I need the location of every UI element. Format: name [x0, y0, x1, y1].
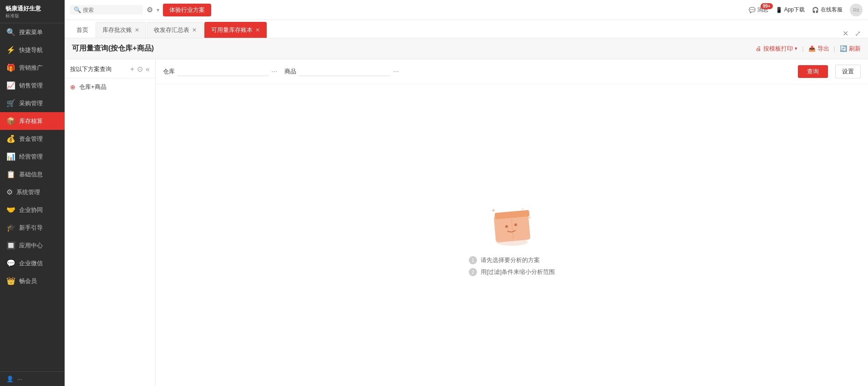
sidebar-item-system[interactable]: ⚙ 系统管理 — [0, 183, 65, 201]
filter-item-label: 仓库+商品 — [79, 83, 107, 91]
refresh-btn[interactable]: 🔄 刷新 — [840, 45, 861, 53]
sidebar-item-inventory[interactable]: 📦 库存核算 — [0, 112, 65, 130]
sidebar-item-guide[interactable]: 🎓 新手引导 — [0, 219, 65, 237]
export-icon: 📤 — [808, 45, 816, 52]
sidebar: 畅康通好生意 标准版 🔍 搜索菜单 ⚡ 快捷导航 🎁 营销推广 📈 销售管理 🛒… — [0, 0, 65, 386]
hint-num-1: 1 — [469, 256, 477, 264]
empty-hints: 1 请先选择要分析的方案 2 用[过滤]条件来缩小分析范围 — [469, 256, 555, 276]
filter-setting-btn[interactable]: ⊙ — [137, 65, 143, 73]
svg-text:✦: ✦ — [491, 207, 496, 214]
warehouse-input[interactable] — [178, 67, 269, 76]
product-input[interactable] — [299, 67, 390, 76]
search-icon: 🔍 — [74, 6, 81, 13]
refresh-icon: 🔄 — [840, 45, 847, 52]
member-icon: 👑 — [6, 277, 15, 285]
sidebar-logo: 畅康通好生意 标准版 — [0, 0, 65, 23]
product-label: 商品 — [284, 67, 296, 76]
wechat-icon: 💬 — [6, 259, 15, 268]
search-input[interactable] — [83, 7, 137, 13]
sidebar-item-label: 系统管理 — [16, 188, 40, 196]
maximize-window-btn[interactable]: ⤢ — [853, 29, 863, 38]
page-header: 可用量查询(按仓库+商品) 🖨 按模板打印 ▾ | 📤 导出 | 🔄 刷新 — [65, 38, 868, 59]
sidebar-item-label: 企业微信 — [19, 259, 43, 268]
export-btn[interactable]: 📤 导出 — [808, 45, 829, 53]
tab-close-icon[interactable]: ✕ — [192, 27, 197, 33]
sidebar-item-label: 营销推广 — [19, 64, 43, 72]
warehouse-field: 仓库 ··· — [163, 67, 277, 76]
print-btn[interactable]: 🖨 按模板打印 ▾ — [756, 45, 797, 53]
sidebar-item-label: 基础信息 — [19, 170, 43, 179]
sidebar-item-wechat[interactable]: 💬 企业微信 — [0, 254, 65, 272]
avatar[interactable]: Rit — [850, 4, 863, 16]
phone-icon: 📱 — [776, 7, 782, 13]
tab-inventory-batch[interactable]: 库存批次账 ✕ — [96, 22, 146, 38]
tab-receive-summary[interactable]: 收发存汇总表 ✕ — [147, 22, 203, 38]
enterprise-icon: 🤝 — [6, 206, 15, 214]
sidebar-item-purchase[interactable]: 🛒 采购管理 — [0, 94, 65, 112]
sidebar-item-operations[interactable]: 📊 经营管理 — [0, 148, 65, 165]
sidebar-item-label: 快捷导航 — [19, 46, 43, 54]
sidebar-item-search[interactable]: 🔍 搜索菜单 — [0, 23, 65, 41]
topbar-right: 💬 消息 99+ 📱 App下载 🎧 在线客服 Rit — [749, 4, 863, 16]
product-dots-btn[interactable]: ··· — [393, 67, 399, 76]
shortcut-icon: ⚡ — [6, 46, 15, 54]
user-icon: 👤 — [6, 376, 14, 382]
sidebar-item-label: 采购管理 — [19, 99, 43, 108]
warehouse-dots-btn[interactable]: ··· — [271, 67, 277, 76]
sidebar-item-basic[interactable]: 📋 基础信息 — [0, 165, 65, 183]
sidebar-item-marketing[interactable]: 🎁 营销推广 — [0, 59, 65, 77]
close-window-btn[interactable]: ✕ — [841, 29, 850, 38]
tab-close-icon[interactable]: ✕ — [135, 27, 139, 33]
sidebar-bottom[interactable]: 👤 ··· — [0, 371, 65, 386]
operations-icon: 📊 — [6, 152, 15, 161]
sales-icon: 📈 — [6, 81, 15, 90]
right-content: 仓库 ··· 商品 ··· 查询 设置 — [156, 59, 868, 386]
sidebar-item-member[interactable]: 👑 畅会员 — [0, 272, 65, 290]
filter-collapse-btn[interactable]: « — [146, 65, 150, 73]
query-btn[interactable]: 查询 — [798, 65, 828, 78]
topbar-chevron-icon[interactable]: ▾ — [157, 7, 159, 13]
topbar-search-area[interactable]: 🔍 — [70, 5, 143, 15]
basic-icon: 📋 — [6, 170, 15, 179]
gear-icon[interactable]: ⚙ — [147, 5, 153, 14]
tab-home[interactable]: 首页 — [70, 22, 95, 38]
svg-text:✦: ✦ — [528, 215, 532, 220]
product-field: 商品 ··· — [284, 67, 399, 76]
message-badge: 99+ — [761, 3, 773, 9]
tab-close-icon[interactable]: ✕ — [255, 27, 260, 33]
hint-num-2: 2 — [469, 268, 477, 276]
filter-item-icon: ⊕ — [70, 83, 76, 91]
sidebar-item-app-center[interactable]: 🔲 应用中心 — [0, 237, 65, 254]
sidebar-item-label: 新手引导 — [19, 224, 43, 232]
sidebar-scroll: 🔍 搜索菜单 ⚡ 快捷导航 🎁 营销推广 📈 销售管理 🛒 采购管理 📦 库存核… — [0, 23, 65, 371]
message-btn[interactable]: 💬 消息 99+ — [749, 6, 768, 14]
sidebar-item-label: 企业协同 — [19, 206, 43, 214]
sidebar-item-sales[interactable]: 📈 销售管理 — [0, 77, 65, 94]
topbar: 🔍 ⚙ ▾ 体验行业方案 💬 消息 99+ 📱 App下载 🎧 在线客服 Rit — [65, 0, 868, 20]
query-settings-btn[interactable]: 设置 — [835, 65, 861, 78]
industry-btn[interactable]: 体验行业方案 — [163, 4, 211, 16]
app-download-btn[interactable]: 📱 App下载 — [776, 6, 805, 14]
purchase-icon: 🛒 — [6, 99, 15, 108]
page-title: 可用量查询(按仓库+商品) — [72, 44, 756, 53]
filter-add-btn[interactable]: + — [130, 65, 134, 73]
sidebar-item-enterprise[interactable]: 🤝 企业协同 — [0, 201, 65, 219]
empty-hint-1: 1 请先选择要分析的方案 — [469, 256, 555, 264]
sidebar-item-label: 资金管理 — [19, 135, 43, 143]
tab-available-stock[interactable]: 可用量库存账本 ✕ — [204, 22, 267, 38]
sidebar-item-finance[interactable]: 💰 资金管理 — [0, 130, 65, 148]
svg-text:✦: ✦ — [521, 207, 524, 211]
headset-icon: 🎧 — [812, 7, 819, 13]
sidebar-item-label: 应用中心 — [19, 242, 43, 250]
marketing-icon: 🎁 — [6, 63, 15, 72]
sidebar-item-shortcut[interactable]: ⚡ 快捷导航 — [0, 41, 65, 59]
search-icon: 🔍 — [6, 28, 15, 36]
service-btn[interactable]: 🎧 在线客服 — [812, 6, 843, 14]
empty-hint-2: 2 用[过滤]条件来缩小分析范围 — [469, 268, 555, 276]
filter-item-warehouse-product[interactable]: ⊕ 仓库+商品 — [65, 78, 155, 96]
sidebar-item-label: 经营管理 — [19, 153, 43, 161]
filter-title: 按以下方案查询 — [70, 65, 127, 73]
message-icon: 💬 — [749, 7, 756, 13]
warehouse-label: 仓库 — [163, 67, 175, 76]
query-bar: 仓库 ··· 商品 ··· 查询 设置 — [156, 59, 868, 84]
